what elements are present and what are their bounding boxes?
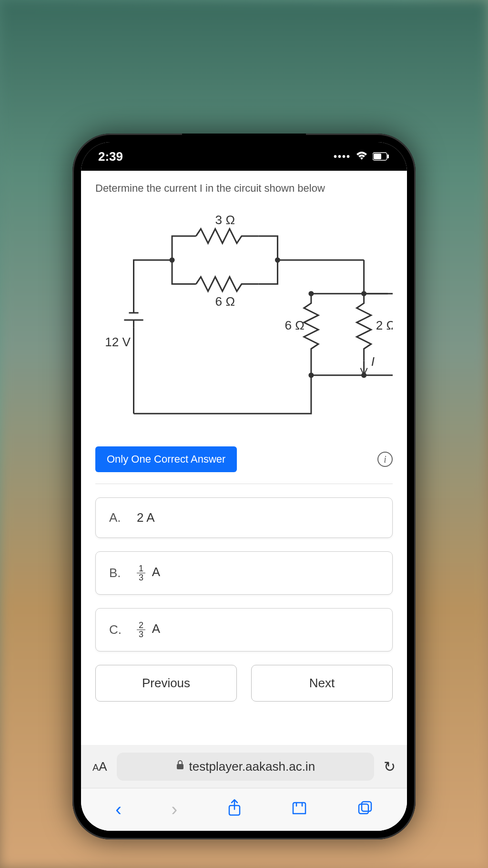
current-label: I [371,354,375,369]
reload-icon[interactable]: ↻ [384,758,396,775]
option-text: 23 A [137,621,160,639]
svg-rect-1 [387,155,389,158]
option-text: 2 A [137,510,155,525]
answer-type-tag: Only One Correct Answer [95,446,237,472]
next-button[interactable]: Next [251,665,393,702]
voltage-label: 12 V [105,335,131,349]
content-area: Determine the current I in the circuit s… [81,171,407,745]
nav-buttons: Previous Next [95,665,393,702]
answer-tag-row: Only One Correct Answer i [95,446,393,472]
forward-button[interactable]: › [171,799,177,820]
svg-point-5 [170,258,174,262]
wifi-icon [356,149,368,164]
address-bar: AA testplayer.aakash.ac.in ↻ [81,745,407,788]
status-indicators: •••• [334,149,390,164]
svg-point-9 [309,373,313,377]
svg-point-8 [309,292,313,296]
divider [95,484,393,484]
options-list: A. 2 A B. 13 A C. 23 A [95,497,393,651]
browser-toolbar: ‹ › [81,788,407,831]
option-label: B. [109,566,122,580]
svg-rect-11 [177,764,183,769]
option-c[interactable]: C. 23 A [95,608,393,651]
circuit-diagram: 3 Ω 6 Ω 6 Ω 2 Ω 12 V I [95,203,393,432]
r-right2-label: 2 Ω [376,318,393,332]
option-label: A. [109,510,122,525]
share-icon[interactable] [227,799,242,820]
option-a[interactable]: A. 2 A [95,497,393,538]
svg-point-10 [362,373,366,377]
text-size-button[interactable]: AA [92,759,107,774]
bookmarks-icon[interactable] [291,799,307,820]
svg-rect-14 [362,802,371,811]
url-text: testplayer.aakash.ac.in [189,759,315,774]
svg-point-7 [362,292,366,296]
back-button[interactable]: ‹ [115,799,122,820]
svg-point-6 [275,258,279,262]
battery-icon [373,149,390,164]
option-text: 13 A [137,564,160,582]
r-top-label: 3 Ω [215,213,235,227]
tabs-icon[interactable] [357,799,373,820]
option-label: C. [109,622,122,637]
svg-rect-13 [359,804,368,814]
cellular-icon: •••• [334,151,351,162]
lock-icon [176,760,184,773]
info-icon[interactable]: i [377,452,393,467]
r-mid-label: 6 Ω [215,294,235,309]
r-right1-label: 6 Ω [285,318,305,332]
screen: 2:39 •••• Determine the current I in the… [81,142,407,831]
url-field[interactable]: testplayer.aakash.ac.in [117,753,374,781]
option-b[interactable]: B. 13 A [95,551,393,595]
question-text: Determine the current I in the circuit s… [95,182,393,195]
status-time: 2:39 [98,149,123,164]
notch [182,134,306,153]
phone-frame: 2:39 •••• Determine the current I in the… [72,134,416,839]
svg-rect-2 [374,154,381,159]
previous-button[interactable]: Previous [95,665,237,702]
